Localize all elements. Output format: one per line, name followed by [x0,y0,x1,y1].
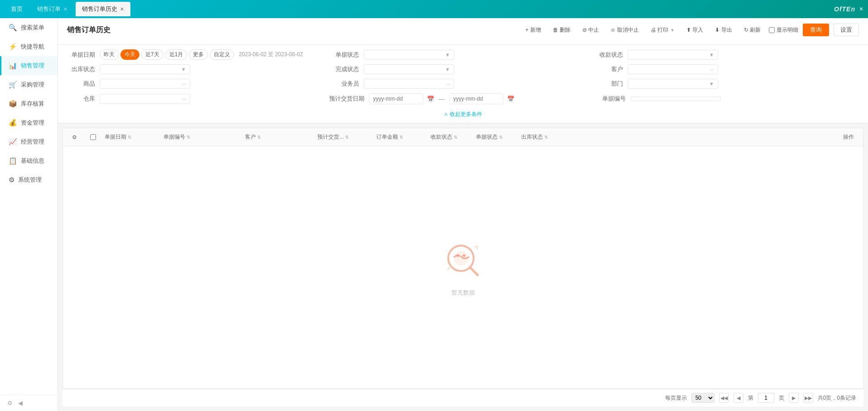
sidebar-item-system-label: 系统管理 [18,176,42,184]
current-page-input[interactable] [758,393,774,403]
sidebar-item-inventory[interactable]: 📦 库存核算 [0,94,58,113]
tab-sales-order-label: 销售订单 [37,5,61,13]
date-btn-more[interactable]: 更多 [189,49,208,60]
settings-col-icon: ⚙ [72,134,77,140]
sidebar-item-system[interactable]: ⚙ 系统管理 [0,170,58,189]
page-size-label: 每页显示 [665,394,687,402]
salesperson-select[interactable]: ··· [364,79,454,89]
order-status-select[interactable]: ▼ [364,50,454,60]
th-delivery[interactable]: 预计交货... ⇅ [313,130,372,145]
th-settings[interactable]: ⚙ [67,131,86,144]
delivery-date-end-input[interactable] [449,93,504,104]
date-btn-today[interactable]: 今天 [120,49,139,60]
filter-row-2: 出库状态 ▼ 完成状态 ▼ 客户 [67,64,859,74]
warehouse-select[interactable]: ··· [100,94,190,104]
order-no-input[interactable] [630,97,721,101]
warehouse-dots: ··· [182,96,186,102]
complete-status-select[interactable]: ▼ [364,64,454,74]
query-button[interactable]: 查询 [803,24,829,36]
show-detail-checkbox[interactable]: 显示明细 [769,26,798,34]
th-pay-status[interactable]: 收款状态 ⇅ [426,130,471,145]
date-sort-icon: ⇅ [128,135,131,140]
tab-sales-order[interactable]: 销售订单 ✕ [31,2,74,16]
th-amount[interactable]: 订单金额 ⇅ [372,130,426,145]
tab-sales-order-close[interactable]: ✕ [63,6,67,12]
th-order-no[interactable]: 单据编号 ⇅ [159,130,240,145]
out-status-arrow: ▼ [181,67,186,72]
order-status-label: 单据状态 [331,51,364,59]
toolbar: + 新增 🗑 删除 ⊘ 中止 ⊙ 取消中止 🖨 打印 ▼ [522,24,859,36]
print-button[interactable]: 🖨 打印 ▼ [647,24,678,36]
th-out-status[interactable]: 出库状态 ⇅ [517,130,562,145]
pay-status-arrow: ▼ [709,52,714,58]
pay-status-control: ▼ [628,50,859,60]
sidebar-item-purchase-mgmt[interactable]: 🛒 采购管理 [0,75,58,94]
sidebar-item-finance-label: 资金管理 [21,119,44,127]
pay-status-select[interactable]: ▼ [628,50,718,60]
date-btn-yesterday[interactable]: 昨天 [100,49,119,60]
delivery-date-start-input[interactable] [369,93,423,104]
quick-nav-icon: ⚡ [9,43,17,51]
sidebar-item-basic-info[interactable]: 📋 基础信息 [0,151,58,170]
sidebar-bottom: ⚙ ◀ [0,395,58,411]
tab-sales-order-history[interactable]: 销售订单历史 ✕ [76,2,130,16]
prev-page-button[interactable]: ◀ [734,393,743,403]
sales-mgmt-icon: 📊 [9,62,17,70]
import-button[interactable]: ⬆ 导入 [683,24,707,36]
th-order-status[interactable]: 单据状态 ⇅ [471,130,517,145]
page-prefix: 第 [748,394,753,402]
sidebar: 🔍 搜索菜单 ⚡ 快捷导航 📊 销售管理 🛒 采购管理 📦 库存核算 💰 资金管… [0,18,58,411]
cancel-stop-button-label: ⊙ 取消中止 [611,26,638,34]
sidebar-item-quick-nav-label: 快捷导航 [21,43,44,51]
export-button[interactable]: ⬇ 导出 [711,24,735,36]
salesperson-dots: ··· [446,81,450,87]
svg-line-1 [470,267,478,275]
settings-button[interactable]: 设置 [834,24,859,36]
sidebar-item-quick-nav[interactable]: ⚡ 快捷导航 [0,37,58,56]
sidebar-item-operations[interactable]: 📈 经营管理 [0,132,58,151]
th-checkbox[interactable] [86,131,100,144]
sidebar-settings-icon[interactable]: ⚙ [7,400,13,406]
customer-select[interactable]: ··· [628,64,718,74]
date-btn-1month[interactable]: 近1月 [165,49,187,60]
print-dropdown-icon: ▼ [670,28,675,33]
window-close-icon[interactable]: ✕ [859,6,863,12]
sidebar-item-search-menu[interactable]: 🔍 搜索菜单 [0,18,58,37]
first-page-button[interactable]: ◀◀ [719,393,729,403]
next-page-button[interactable]: ▶ [789,393,799,403]
first-page-icon: ◀◀ [720,395,728,401]
th-customer[interactable]: 客户 ⇅ [240,130,313,145]
delete-button[interactable]: 🗑 删除 [549,24,574,36]
stop-button-label: ⊘ 中止 [582,26,599,34]
last-page-button[interactable]: ▶▶ [803,393,813,403]
sidebar-item-sales-mgmt[interactable]: 📊 销售管理 [0,56,58,75]
tab-sales-order-history-close[interactable]: ✕ [120,6,124,12]
date-filter-control: 昨天 今天 近7天 近1月 更多 自定义 2023-06-02 至 2023-0… [100,49,331,60]
select-all-checkbox[interactable] [90,134,96,140]
top-bar-right: OfTEn ✕ [834,5,863,13]
new-button[interactable]: + 新增 [522,24,544,36]
order-no-control [630,97,859,101]
stop-button[interactable]: ⊘ 中止 [579,24,603,36]
sidebar-item-finance[interactable]: 💰 资金管理 [0,113,58,132]
th-date[interactable]: 单据日期 ⇅ [100,130,159,145]
collapse-row[interactable]: ∧ 收起更多条件 [67,109,859,118]
sidebar-collapse-icon[interactable]: ◀ [18,400,23,406]
date-range-display: 2023-06-02 至 2023-06-02 [239,51,302,58]
product-select[interactable]: ··· [100,79,190,89]
date-btn-custom[interactable]: 自定义 [210,49,234,60]
refresh-button[interactable]: ↻ 刷新 [740,24,764,36]
sidebar-item-search-menu-label: 搜索菜单 [21,24,44,32]
date-btn-7days[interactable]: 近7天 [141,49,163,60]
cancel-stop-button[interactable]: ⊙ 取消中止 [607,24,642,36]
page-size-select[interactable]: 50 20 100 [691,393,715,403]
show-detail-input[interactable] [769,27,775,33]
tab-home[interactable]: 首页 [5,2,29,16]
customer-dots: ··· [710,67,714,72]
refresh-button-label: ↻ 刷新 [744,26,761,34]
new-button-label: + 新增 [525,26,541,34]
top-bar: 首页 销售订单 ✕ 销售订单历史 ✕ OfTEn ✕ [0,0,868,18]
th-pay-status-label: 收款状态 [431,133,452,141]
dept-select[interactable]: ▼ [628,79,718,89]
out-status-select[interactable]: ▼ [100,64,190,74]
